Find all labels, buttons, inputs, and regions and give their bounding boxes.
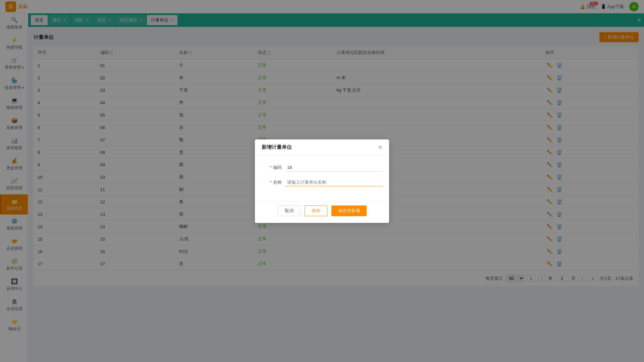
modal-close-button[interactable]: ✕ — [378, 144, 382, 150]
add-unit-modal: 新增计量单位 ✕ 编码 名称 取消 保存 保存并新增 — [255, 139, 389, 223]
name-input[interactable] — [285, 178, 382, 186]
modal-body: 编码 名称 — [255, 156, 389, 201]
modal-overlay: 新增计量单位 ✕ 编码 名称 取消 保存 保存并新增 — [0, 0, 644, 362]
modal-title: 新增计量单位 — [262, 144, 292, 150]
form-row-code: 编码 — [262, 164, 382, 172]
form-row-name: 名称 — [262, 178, 382, 186]
name-label: 名称 — [262, 179, 282, 185]
save-button[interactable]: 保存 — [305, 205, 327, 216]
cancel-button[interactable]: 取消 — [278, 205, 301, 216]
modal-footer: 取消 保存 保存并新增 — [255, 201, 389, 223]
save-and-new-button[interactable]: 保存并新增 — [331, 205, 367, 216]
code-label: 编码 — [262, 165, 282, 171]
code-input[interactable] — [285, 164, 382, 172]
modal-header: 新增计量单位 ✕ — [255, 139, 389, 156]
